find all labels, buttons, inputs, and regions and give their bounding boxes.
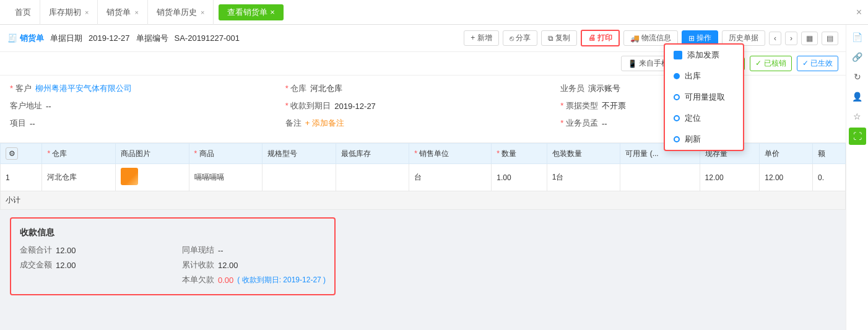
col-amount: 额 xyxy=(813,144,846,164)
products-table-wrap: ⚙ 仓库 商品图片 商品 规格型号 最低库存 销售单位 数量 包装数量 可用量 … xyxy=(0,142,846,210)
products-table: ⚙ 仓库 商品图片 商品 规格型号 最低库存 销售单位 数量 包装数量 可用量 … xyxy=(0,143,846,210)
available-qty-item[interactable]: 可用量提取 xyxy=(665,87,743,108)
addr-label: 客户地址 xyxy=(10,100,42,111)
warehouse-field: 仓库 河北仓库 xyxy=(285,83,561,94)
truck-icon: 🚚 xyxy=(630,34,640,43)
grid-view1-button[interactable]: ▦ xyxy=(801,32,818,45)
col-product: 商品 xyxy=(189,144,263,164)
project-field: 项目 -- xyxy=(10,118,285,129)
col-spec: 规格型号 xyxy=(263,144,336,164)
deal-amount-row: 成交金额 12.00 xyxy=(20,259,163,271)
grid-view2-button[interactable]: ▤ xyxy=(822,32,838,45)
tab-bar-close-button[interactable]: × xyxy=(856,7,862,18)
close-icon[interactable]: × xyxy=(201,9,204,16)
sidebar-link-button[interactable]: 🔗 xyxy=(849,48,866,66)
close-icon[interactable]: × xyxy=(134,9,138,16)
new-button[interactable]: + 新增 xyxy=(464,30,498,46)
warehouse-label: 仓库 xyxy=(285,83,307,94)
payment-section: 收款信息 金额合计 12.00 同单现结 -- 成交金额 12.00 xyxy=(0,210,846,310)
star-icon: ☆ xyxy=(853,111,861,121)
row-quantity: 1.00 xyxy=(492,164,547,191)
same-order-settle-value: -- xyxy=(218,246,224,255)
project-label: 项目 xyxy=(10,118,26,129)
sidebar-info-button[interactable]: 📄 xyxy=(849,28,866,46)
subtotal-row: 小计 xyxy=(1,191,846,210)
copy-icon: ⧉ xyxy=(548,34,553,43)
add-invoice-item[interactable]: 添加发票 xyxy=(665,45,743,66)
refresh-icon: ↻ xyxy=(854,72,861,82)
row-spec xyxy=(263,164,336,191)
project-value: -- xyxy=(30,119,35,128)
refresh-icon xyxy=(674,136,680,142)
number-value: SA-20191227-001 xyxy=(175,33,240,43)
ticket-type-value: 不开票 xyxy=(602,100,626,111)
customer-value[interactable]: 柳州粤港平安气体有限公司 xyxy=(35,83,132,94)
locate-icon xyxy=(674,115,680,121)
payment-info-title: 收款信息 xyxy=(20,227,326,238)
tab-sales[interactable]: 销货单 × xyxy=(98,0,147,25)
salesperson-label: 业务员孟 xyxy=(560,118,598,129)
settings-icon[interactable]: ⚙ xyxy=(6,147,18,160)
col-quantity: 数量 xyxy=(492,144,547,164)
date-label: 单据日期 xyxy=(50,33,82,44)
link-icon: 🔗 xyxy=(852,52,862,62)
sidebar-refresh-button[interactable]: ↻ xyxy=(849,68,866,85)
sidebar-user-button[interactable]: 👤 xyxy=(849,88,866,105)
tab-home[interactable]: 首页 xyxy=(6,0,40,25)
row-image xyxy=(116,164,189,191)
right-sidebar: 📄 🔗 ↻ 👤 ☆ ⛶ xyxy=(846,25,868,330)
sidebar-star-button[interactable]: ☆ xyxy=(849,108,866,125)
remark-field: 备注 + 添加备注 xyxy=(285,118,561,129)
copy-button[interactable]: ⧉ 复制 xyxy=(541,30,577,46)
staff-value: 演示账号 xyxy=(588,83,620,94)
row-available xyxy=(620,164,700,191)
refresh-item[interactable]: 刷新 xyxy=(665,129,743,150)
tab-check-sales[interactable]: 查看销货单 × xyxy=(219,4,284,20)
addr-value: -- xyxy=(46,102,51,111)
outbound-item[interactable]: 出库 xyxy=(665,66,743,87)
info-icon: 📄 xyxy=(852,32,862,42)
payment-info-grid: 金额合计 12.00 同单现结 -- 成交金额 12.00 累计收款 12.00 xyxy=(20,245,326,285)
locate-item[interactable]: 定位 xyxy=(665,108,743,129)
row-warehouse: 河北仓库 xyxy=(42,164,116,191)
same-order-settle-label: 同单现结 xyxy=(182,245,214,256)
cumulative-receipt-row: 累计收款 12.00 xyxy=(182,259,326,271)
print-icon: 🖨 xyxy=(588,33,596,42)
user-icon: 👤 xyxy=(852,92,862,102)
share-button[interactable]: ⎋ 分享 xyxy=(503,30,537,46)
row-index: 1 xyxy=(1,164,42,191)
prev-button[interactable]: ‹ xyxy=(769,32,781,45)
row-unit: 台 xyxy=(409,164,492,191)
expand-icon: ⛶ xyxy=(853,131,862,141)
col-min-stock: 最低库存 xyxy=(336,144,409,164)
customer-field: 客户 柳州粤港平安气体有限公司 xyxy=(10,83,285,94)
row-product: 嗝嗝嗝嗝 xyxy=(189,164,263,191)
current-due-label: 本单欠款 xyxy=(182,274,214,285)
row-price: 12.00 xyxy=(760,164,813,191)
next-button[interactable]: › xyxy=(785,32,797,45)
share-icon: ⎋ xyxy=(510,34,514,43)
total-amount-row: 金额合计 12.00 xyxy=(20,245,163,256)
subtotal-label: 小计 xyxy=(1,191,846,210)
close-icon[interactable]: × xyxy=(270,7,275,17)
col-unit: 销售单位 xyxy=(409,144,492,164)
payment-date-value: 2019-12-27 xyxy=(334,102,376,111)
col-settings[interactable]: ⚙ xyxy=(1,144,42,164)
total-amount-label: 金额合计 xyxy=(20,245,52,256)
date-value: 2019-12-27 xyxy=(89,33,130,43)
customer-label: 客户 xyxy=(10,83,32,94)
tab-inventory[interactable]: 库存期初 × xyxy=(40,0,98,25)
payment-info-box: 收款信息 金额合计 12.00 同单现结 -- 成交金额 12.00 xyxy=(10,217,336,295)
ticket-type-label: 票据类型 xyxy=(560,100,598,111)
print-button[interactable]: 🖨 打印 xyxy=(581,30,620,46)
tab-sales-history[interactable]: 销货单历史 × xyxy=(148,0,214,25)
add-remark-button[interactable]: + 添加备注 xyxy=(305,118,344,129)
sidebar-expand-button[interactable]: ⛶ xyxy=(849,128,866,145)
remark-label: 备注 xyxy=(285,118,302,129)
product-thumbnail xyxy=(121,168,138,185)
cumulative-receipt-value: 12.00 xyxy=(218,261,238,270)
col-pack-qty: 包装数量 xyxy=(547,144,620,164)
payment-date-label: 收款到期日 xyxy=(285,100,331,111)
toolbar-actions: + 新增 ⎋ 分享 ⧉ 复制 🖨 打印 🚚 物流信息 xyxy=(464,30,838,46)
close-icon[interactable]: × xyxy=(85,9,89,16)
